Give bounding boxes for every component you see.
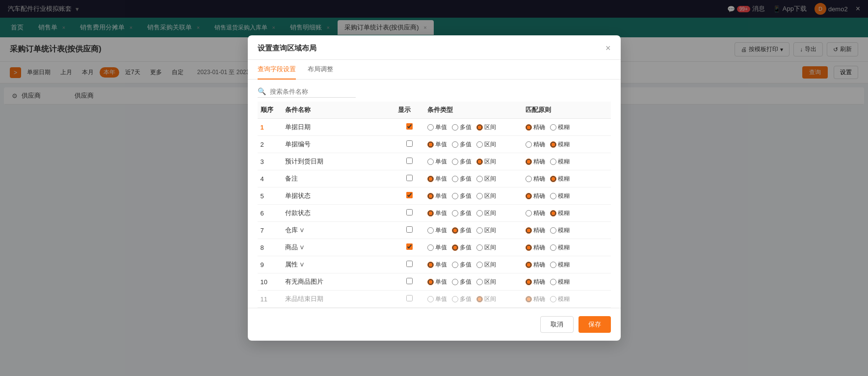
search-input[interactable] [270, 88, 348, 95]
modal-table-wrap: 顺序 条件名称 显示 条件类型 匹配原则 1单据日期单值多值区间精确模糊2单据编… [248, 102, 621, 108]
search-box: 🔍 [258, 85, 356, 98]
modal-search-area: 🔍 [248, 80, 621, 102]
modal-title: 设置查询区域布局 [258, 44, 316, 53]
tab-layout-adjust[interactable]: 布局调整 [308, 60, 333, 80]
col-header-order: 顺序 [258, 102, 282, 108]
settings-modal: 设置查询区域布局 × 查询字段设置 布局调整 🔍 顺序 条件名称 显示 [248, 35, 621, 108]
search-icon: 🔍 [258, 87, 266, 95]
col-header-display: 显示 [395, 102, 424, 108]
modal-close-button[interactable]: × [605, 43, 611, 54]
modal-tabs: 查询字段设置 布局调整 [248, 60, 621, 80]
conditions-table: 顺序 条件名称 显示 条件类型 匹配原则 1单据日期单值多值区间精确模糊2单据编… [258, 102, 611, 108]
col-header-match: 匹配原则 [523, 102, 611, 108]
col-header-name: 条件名称 [282, 102, 395, 108]
col-header-type: 条件类型 [424, 102, 523, 108]
modal-overlay: 设置查询区域布局 × 查询字段设置 布局调整 🔍 顺序 条件名称 显示 [0, 0, 868, 108]
tab-query-fields[interactable]: 查询字段设置 [258, 60, 296, 80]
modal-header: 设置查询区域布局 × [248, 35, 621, 60]
